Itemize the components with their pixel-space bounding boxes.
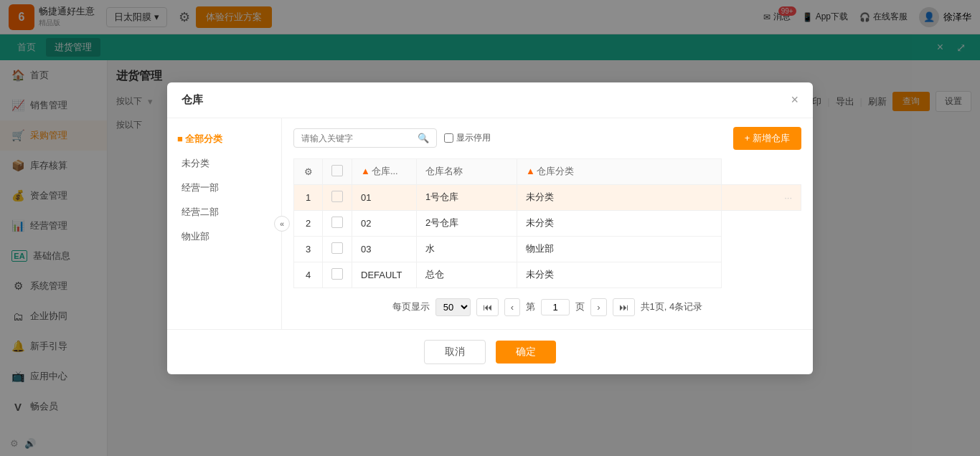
row-index: 1	[294, 184, 323, 210]
row-index: 4	[294, 262, 323, 288]
modal-overlay[interactable]: 仓库 × ■ 全部分类 « 未分类 经营一部 经营二部 物业部	[0, 0, 980, 456]
per-page-select[interactable]: 50	[435, 298, 471, 316]
search-icon: 🔍	[418, 133, 429, 143]
row-category: 未分类	[517, 262, 722, 288]
sort-icon-cat: ▲	[526, 166, 535, 176]
show-disabled-text: 显示停用	[456, 132, 491, 144]
total-info: 共1页, 4条记录	[641, 300, 703, 313]
pagination: 每页显示 50 ⏮ ‹ 第 页 › ⏭ 共1页, 4条记录	[293, 288, 801, 320]
row-checkbox-cell	[323, 184, 352, 210]
row-checkbox[interactable]	[331, 268, 343, 280]
row-checkbox[interactable]	[331, 191, 343, 202]
new-warehouse-button[interactable]: + 新增仓库	[733, 127, 801, 150]
page-number-input[interactable]	[541, 299, 570, 315]
category-item-dept1[interactable]: 经营一部	[167, 176, 281, 200]
row-actions-cell[interactable]: ···	[721, 184, 801, 210]
row-name: 水	[417, 236, 517, 262]
th-category[interactable]: ▲仓库分类	[517, 158, 722, 184]
row-more-icon[interactable]: ···	[784, 192, 792, 203]
category-item-unclassified[interactable]: 未分类	[167, 151, 281, 176]
row-code: 02	[352, 210, 417, 236]
warehouse-modal: 仓库 × ■ 全部分类 « 未分类 经营一部 经营二部 物业部	[167, 82, 813, 374]
row-name: 1号仓库	[417, 184, 517, 210]
category-item-dept2[interactable]: 经营二部	[167, 200, 281, 224]
row-category: 未分类	[517, 184, 722, 210]
select-all-checkbox[interactable]	[331, 165, 343, 176]
cancel-button[interactable]: 取消	[424, 340, 486, 364]
table-row: 3 03 水 物业部	[294, 236, 801, 262]
last-page-button[interactable]: ⏭	[613, 298, 635, 316]
search-input[interactable]	[301, 133, 413, 143]
row-name: 2号仓库	[417, 210, 517, 236]
table-header-row: ⚙ ▲仓库... 仓库名称 ▲仓库分类	[294, 158, 801, 184]
row-index: 2	[294, 210, 323, 236]
table-toolbar: 🔍 显示停用 + 新增仓库	[293, 127, 801, 150]
table-row: 2 02 2号仓库 未分类	[294, 210, 801, 236]
page-word: 第	[526, 300, 535, 313]
table-row: 4 DEFAULT 总仓 未分类	[294, 262, 801, 288]
th-code[interactable]: ▲仓库...	[352, 158, 417, 184]
row-code: 01	[352, 184, 417, 210]
table-area: 🔍 显示停用 + 新增仓库 ⚙ ▲仓库...	[282, 118, 813, 329]
row-category: 未分类	[517, 210, 722, 236]
first-page-button[interactable]: ⏮	[476, 298, 499, 316]
category-all-label: ■ 全部分类	[177, 133, 222, 146]
warehouse-table: ⚙ ▲仓库... 仓库名称 ▲仓库分类 1 01 1号仓库 未分类 ··· 2	[293, 158, 801, 288]
th-checkbox	[323, 158, 352, 184]
show-disabled-checkbox[interactable]	[444, 133, 453, 143]
row-index: 3	[294, 236, 323, 262]
modal-header: 仓库 ×	[167, 82, 813, 118]
next-page-button[interactable]: ›	[590, 298, 606, 316]
confirm-button[interactable]: 确定	[496, 341, 556, 364]
show-disabled-label[interactable]: 显示停用	[444, 132, 491, 144]
table-row: 1 01 1号仓库 未分类 ···	[294, 184, 801, 210]
modal-title: 仓库	[182, 93, 203, 107]
row-checkbox-cell	[323, 262, 352, 288]
category-sidebar: ■ 全部分类 « 未分类 经营一部 经营二部 物业部	[167, 118, 282, 329]
row-code: 03	[352, 236, 417, 262]
row-checkbox-cell	[323, 236, 352, 262]
row-checkbox[interactable]	[331, 242, 343, 254]
page-label: 页	[575, 300, 585, 313]
row-checkbox[interactable]	[331, 217, 343, 228]
gear-icon: ⚙	[304, 166, 313, 177]
row-category: 物业部	[517, 236, 722, 262]
prev-page-button[interactable]: ‹	[504, 298, 520, 316]
row-code: DEFAULT	[352, 262, 417, 288]
th-name[interactable]: 仓库名称	[417, 158, 517, 184]
category-item-property[interactable]: 物业部	[167, 224, 281, 249]
search-box: 🔍	[293, 128, 437, 148]
row-name: 总仓	[417, 262, 517, 288]
sort-icon-code: ▲	[361, 166, 370, 176]
th-gear[interactable]: ⚙	[294, 158, 323, 184]
category-all[interactable]: ■ 全部分类 «	[167, 127, 281, 151]
collapse-icon[interactable]: «	[274, 216, 290, 232]
row-checkbox-cell	[323, 210, 352, 236]
per-page-label: 每页显示	[392, 300, 430, 313]
modal-body: ■ 全部分类 « 未分类 经营一部 经营二部 物业部 🔍	[167, 118, 813, 329]
modal-close-button[interactable]: ×	[791, 92, 798, 108]
modal-footer: 取消 确定	[167, 329, 813, 374]
